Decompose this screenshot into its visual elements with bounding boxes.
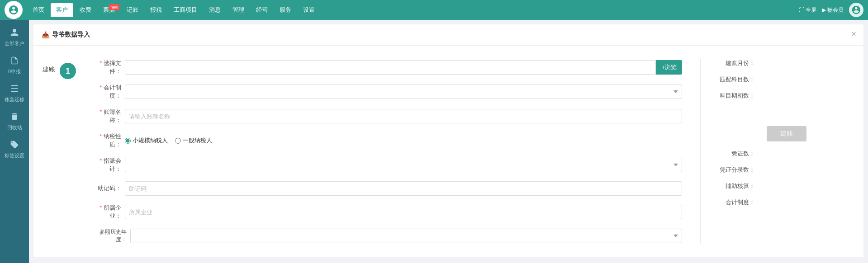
form-right: 建账月份： 匹配科目数： 科目期初数： 建账 [719, 59, 854, 244]
tax-type-label: 纳税性质： [90, 132, 121, 149]
match-subjects-label: 匹配科目数： [719, 75, 755, 84]
sidebar-label-all-clients: 全部客户 [5, 40, 24, 47]
sidebar-label-trash: 回收站 [7, 124, 22, 131]
ledger-name-row: 账簿名称： [90, 108, 682, 124]
nav-settings[interactable]: 设置 [298, 3, 320, 17]
import-panel: 📥 导爷数据导入 × 建账 1 选择文件： [33, 24, 863, 257]
company-input[interactable] [125, 205, 682, 219]
memo-code-label: 助记码： [90, 184, 121, 193]
establish-account-button[interactable]: 建账 [767, 126, 806, 141]
panel-header: 📥 导爷数据导入 [33, 24, 863, 46]
history-year-row: 参照历史年度： [90, 228, 682, 244]
form-left: 选择文件： +浏览 会计制度： [90, 59, 682, 244]
nav-operations[interactable]: 经营 [251, 3, 273, 17]
sidebar-label-declaration: 0申报 [8, 68, 21, 75]
close-button[interactable]: × [851, 30, 856, 38]
subject-initial-label: 科目期初数： [719, 92, 755, 100]
app-logo[interactable] [5, 1, 23, 19]
tax-type-radio-group: 小规模纳税人 一般纳税人 [125, 136, 212, 145]
voucher-count-row: 凭证数： [719, 150, 854, 158]
all-clients-icon [10, 28, 19, 38]
migration-icon [10, 84, 19, 94]
top-navigation: 首页 客户 收费 票据 new 记账 报税 工商项目 消息 管理 经营 服务 设… [0, 0, 868, 20]
nav-tax[interactable]: 报税 [145, 3, 167, 17]
sidebar-item-migration[interactable]: 账套迁移 [0, 80, 29, 108]
member-button[interactable]: ▶ 畅会员 [822, 6, 844, 14]
import-icon: 📥 [42, 31, 49, 38]
voucher-entries-label: 凭证分录数： [719, 166, 755, 174]
tax-type-row: 纳税性质： 小规模纳税人 一般纳税人 [90, 132, 682, 149]
sidebar: 全部客户 0申报 账套迁移 回收站 标签设置 [0, 20, 29, 263]
sidebar-item-tags[interactable]: 标签设置 [0, 136, 29, 164]
fullscreen-button[interactable]: ⛶ 全屏 [799, 6, 816, 14]
small-taxpayer-label: 小规模纳税人 [133, 136, 168, 145]
memo-code-row: 助记码： [90, 181, 682, 196]
sidebar-item-all-clients[interactable]: 全部客户 [0, 23, 29, 52]
step-circle: 1 [60, 63, 76, 79]
fullscreen-icon: ⛶ [799, 7, 804, 13]
accountant-row: 指派会计： [90, 157, 682, 173]
general-taxpayer-radio[interactable]: 一般纳税人 [175, 136, 212, 145]
company-row: 所属企业： [90, 204, 682, 220]
nav-fees[interactable]: 收费 [74, 3, 97, 17]
accountant-label: 指派会计： [90, 157, 121, 173]
trash-icon [10, 112, 19, 122]
general-taxpayer-label: 一般纳税人 [183, 136, 212, 145]
ledger-name-label: 账簿名称： [90, 108, 121, 124]
company-label: 所属企业： [90, 204, 121, 220]
form-divider [700, 59, 701, 244]
auxiliary-accounting-label: 辅助核算： [719, 182, 755, 190]
subject-initial-row: 科目期初数： [719, 92, 854, 100]
history-year-select[interactable] [130, 229, 682, 243]
small-taxpayer-input[interactable] [125, 138, 131, 144]
new-badge: new [109, 4, 119, 10]
file-input-row: +浏览 [125, 60, 682, 75]
nav-management[interactable]: 管理 [227, 3, 250, 17]
nav-invoices[interactable]: 票据 new [98, 3, 120, 17]
sidebar-item-trash[interactable]: 回收站 [0, 108, 29, 136]
nav-items: 首页 客户 收费 票据 new 记账 报税 工商项目 消息 管理 经营 服务 设… [27, 3, 799, 17]
establish-btn-container: 建账 [719, 108, 854, 141]
browse-button[interactable]: +浏览 [656, 60, 682, 75]
file-label: 选择文件： [90, 59, 121, 75]
sidebar-item-declaration[interactable]: 0申报 [0, 52, 29, 80]
step-indicator: 建账 1 [43, 59, 76, 244]
voucher-entries-row: 凭证分录数： [719, 166, 854, 174]
voucher-count-label: 凭证数： [719, 150, 755, 158]
file-row: 选择文件： +浏览 [90, 59, 682, 75]
member-icon: ▶ [822, 7, 826, 13]
history-year-label: 参照历史年度： [90, 228, 127, 244]
general-taxpayer-input[interactable] [175, 138, 181, 144]
step-label: 建账 [43, 66, 55, 74]
memo-code-input[interactable] [125, 181, 682, 196]
nav-home[interactable]: 首页 [27, 3, 50, 17]
top-nav-right: ⛶ 全屏 ▶ 畅会员 [799, 3, 863, 17]
right-accounting-system-row: 会计制度： [719, 198, 854, 207]
user-avatar[interactable] [849, 3, 863, 17]
nav-messages[interactable]: 消息 [204, 3, 226, 17]
small-taxpayer-radio[interactable]: 小规模纳税人 [125, 136, 168, 145]
auxiliary-accounting-row: 辅助核算： [719, 182, 854, 190]
nav-business[interactable]: 工商项目 [168, 3, 203, 17]
main-layout: 全部客户 0申报 账套迁移 回收站 标签设置 [0, 20, 868, 263]
ledger-name-input[interactable] [125, 109, 682, 123]
sidebar-label-tags: 标签设置 [5, 152, 24, 159]
content-area: 📥 导爷数据导入 × 建账 1 选择文件： [29, 20, 868, 263]
panel-title: 导爷数据导入 [52, 31, 90, 39]
tags-icon [10, 140, 19, 150]
sidebar-label-migration: 账套迁移 [5, 96, 24, 103]
form-area: 建账 1 选择文件： +浏览 [33, 46, 863, 257]
accountant-select[interactable] [125, 158, 682, 172]
declaration-icon [10, 56, 19, 66]
jiuzhang-month-row: 建账月份： [719, 59, 854, 67]
file-text-input[interactable] [125, 60, 656, 75]
jiuzhang-month-label: 建账月份： [719, 59, 755, 67]
right-accounting-system-label: 会计制度： [719, 198, 755, 207]
accounting-system-row: 会计制度： [90, 84, 682, 100]
match-subjects-row: 匹配科目数： [719, 75, 854, 84]
nav-bookkeeping[interactable]: 记账 [121, 3, 144, 17]
nav-services[interactable]: 服务 [274, 3, 297, 17]
nav-customers[interactable]: 客户 [51, 3, 73, 17]
accounting-system-select[interactable] [125, 85, 682, 99]
accounting-system-label: 会计制度： [90, 84, 121, 100]
